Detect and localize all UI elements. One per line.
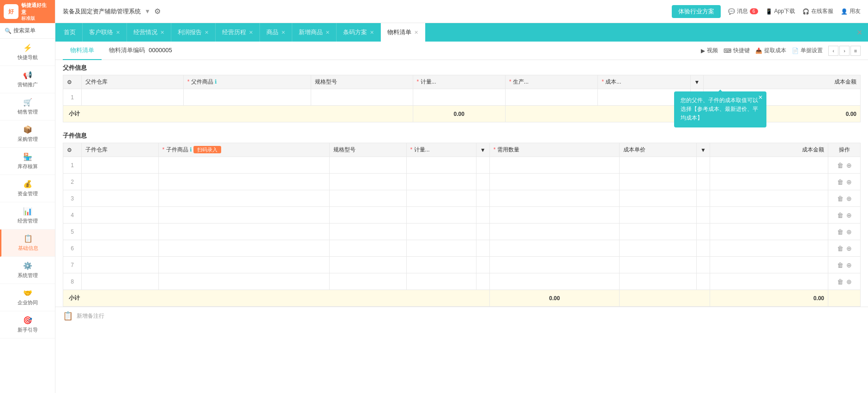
sidebar-item-operation[interactable]: 📊 经营管理 bbox=[0, 202, 55, 230]
child-row-5-qty-unit[interactable] bbox=[406, 224, 476, 240]
tab-operation-status[interactable]: 经营情况 ✕ bbox=[127, 23, 171, 42]
child-row-6-copy-icon[interactable]: ⊕ bbox=[846, 245, 852, 252]
tab-goods[interactable]: 商品 ✕ bbox=[260, 23, 292, 42]
child-row-6-delete-icon[interactable]: 🗑 bbox=[837, 245, 844, 252]
close-barcode-tab[interactable]: ✕ bbox=[370, 30, 374, 36]
child-row-3-warehouse[interactable] bbox=[82, 190, 159, 207]
close-goods-tab[interactable]: ✕ bbox=[281, 30, 285, 36]
child-row-8-qty-unit[interactable] bbox=[406, 273, 476, 290]
tab-profit[interactable]: 利润报告 ✕ bbox=[171, 23, 216, 42]
th-child-more1[interactable]: ▼ bbox=[476, 143, 489, 157]
message-button[interactable]: 💬 消息 6 bbox=[728, 7, 758, 15]
child-row-4-delete-icon[interactable]: 🗑 bbox=[837, 212, 844, 219]
close-history-tab[interactable]: ✕ bbox=[249, 30, 253, 36]
child-row-2-qty-unit[interactable] bbox=[406, 174, 476, 190]
child-row-4-copy-icon[interactable]: ⊕ bbox=[846, 212, 852, 219]
child-row-2-delete-icon[interactable]: 🗑 bbox=[837, 178, 844, 186]
child-row-6-qty-unit[interactable] bbox=[406, 240, 476, 257]
nav-prev-button[interactable]: ‹ bbox=[828, 46, 838, 56]
child-row-5-delete-icon[interactable]: 🗑 bbox=[837, 228, 844, 236]
sub-tab-bom-code[interactable]: 物料清单编码 0000005 bbox=[102, 42, 180, 60]
child-row-7-delete-icon[interactable]: 🗑 bbox=[837, 261, 844, 269]
child-row-6-goods[interactable] bbox=[158, 240, 330, 257]
child-row-4-qty-unit[interactable] bbox=[406, 207, 476, 224]
parent-row-1-warehouse[interactable] bbox=[82, 89, 184, 106]
child-row-1-unit-cost[interactable] bbox=[620, 157, 697, 174]
close-all-button[interactable]: ✕ bbox=[853, 26, 866, 39]
th-parent-settings[interactable]: ⚙ bbox=[63, 75, 82, 89]
child-row-3-need-qty[interactable] bbox=[489, 190, 620, 207]
child-row-4-need-qty[interactable] bbox=[489, 207, 620, 224]
child-row-8-need-qty[interactable] bbox=[489, 273, 620, 290]
child-row-2-copy-icon[interactable]: ⊕ bbox=[846, 178, 852, 186]
sidebar-item-purchase[interactable]: 📦 采购管理 bbox=[0, 121, 55, 148]
child-row-7-warehouse[interactable] bbox=[82, 257, 159, 273]
child-row-3-spec[interactable] bbox=[330, 190, 407, 207]
th-child-settings[interactable]: ⚙ bbox=[63, 143, 82, 157]
extract-cost-button[interactable]: 📥 提取成本 bbox=[755, 47, 786, 54]
child-row-1-spec[interactable] bbox=[330, 157, 407, 174]
sidebar-item-sales[interactable]: 🛒 销售管理 bbox=[0, 93, 55, 121]
child-row-8-delete-icon[interactable]: 🗑 bbox=[837, 278, 844, 285]
close-customers-tab[interactable]: ✕ bbox=[116, 30, 120, 36]
online-service-button[interactable]: 🎧 在线客服 bbox=[802, 7, 833, 15]
close-profit-tab[interactable]: ✕ bbox=[205, 30, 209, 36]
sub-tab-bom-list[interactable]: 物料清单 bbox=[63, 42, 102, 60]
parent-row-1-production[interactable] bbox=[505, 89, 597, 106]
settings-icon[interactable]: ⚙ bbox=[154, 7, 161, 16]
sidebar-item-finance[interactable]: 💰 资金管理 bbox=[0, 175, 55, 202]
child-row-5-copy-icon[interactable]: ⊕ bbox=[846, 228, 852, 236]
child-row-3-goods[interactable] bbox=[158, 190, 330, 207]
sidebar-item-system[interactable]: ⚙️ 系统管理 bbox=[0, 257, 55, 284]
child-row-1-copy-icon[interactable]: ⊕ bbox=[846, 162, 852, 169]
child-row-7-goods[interactable] bbox=[158, 257, 330, 273]
child-row-4-warehouse[interactable] bbox=[82, 207, 159, 224]
child-row-7-copy-icon[interactable]: ⊕ bbox=[846, 261, 852, 269]
child-row-6-spec[interactable] bbox=[330, 240, 407, 257]
tab-new-goods[interactable]: 新增商品 ✕ bbox=[292, 23, 337, 42]
child-row-7-spec[interactable] bbox=[330, 257, 407, 273]
child-row-7-qty-unit[interactable] bbox=[406, 257, 476, 273]
child-row-5-spec[interactable] bbox=[330, 224, 407, 240]
child-row-5-goods[interactable] bbox=[158, 224, 330, 240]
sidebar-item-guide[interactable]: 🎯 新手引导 bbox=[0, 311, 55, 339]
th-parent-more[interactable]: ▼ bbox=[690, 75, 704, 89]
add-row-label[interactable]: 新增备注行 bbox=[77, 312, 104, 320]
single-settings-button[interactable]: 📄 单据设置 bbox=[792, 47, 823, 54]
child-row-1-goods[interactable] bbox=[158, 157, 330, 174]
child-row-8-warehouse[interactable] bbox=[82, 273, 159, 290]
view-button[interactable]: ▶ 视频 bbox=[701, 47, 718, 54]
close-new-goods-tab[interactable]: ✕ bbox=[326, 30, 330, 36]
child-row-1-delete-icon[interactable]: 🗑 bbox=[837, 162, 844, 169]
tab-bom[interactable]: 物料清单 ✕ bbox=[381, 23, 425, 42]
tab-history[interactable]: 经营历程 ✕ bbox=[216, 23, 260, 42]
child-row-3-copy-icon[interactable]: ⊕ bbox=[846, 195, 852, 202]
child-row-5-unit-cost[interactable] bbox=[620, 224, 697, 240]
child-row-8-goods[interactable] bbox=[158, 273, 330, 290]
sidebar-item-basic[interactable]: 📋 基础信息 bbox=[0, 230, 55, 257]
sidebar-item-inventory[interactable]: 🏪 库存核算 bbox=[0, 148, 55, 175]
parent-row-1-spec[interactable] bbox=[311, 89, 413, 106]
child-row-3-unit-cost[interactable] bbox=[620, 190, 697, 207]
child-row-1-qty-unit[interactable] bbox=[406, 157, 476, 174]
close-operation-status-tab[interactable]: ✕ bbox=[160, 30, 164, 36]
child-row-5-warehouse[interactable] bbox=[82, 224, 159, 240]
child-row-6-unit-cost[interactable] bbox=[620, 240, 697, 257]
sidebar-item-marketing[interactable]: 📢 营销推广 bbox=[0, 66, 55, 93]
nav-next-button[interactable]: › bbox=[839, 46, 850, 56]
user-menu[interactable]: 👤 用友 bbox=[841, 7, 861, 15]
shortcut-button[interactable]: ⌨ 快捷键 bbox=[723, 47, 750, 54]
child-row-2-unit-cost[interactable] bbox=[620, 174, 697, 190]
th-child-more2[interactable]: ▼ bbox=[696, 143, 710, 157]
close-bom-tab[interactable]: ✕ bbox=[414, 30, 418, 36]
nav-list-button[interactable]: ≡ bbox=[850, 46, 861, 56]
dropdown-icon[interactable]: ▼ bbox=[145, 8, 151, 15]
trial-button[interactable]: 体验行业方案 bbox=[672, 5, 721, 18]
child-row-6-warehouse[interactable] bbox=[82, 240, 159, 257]
parent-row-1-qty-unit[interactable] bbox=[413, 89, 505, 106]
sidebar-search[interactable]: 🔍 搜索菜单 bbox=[0, 23, 55, 39]
tooltip-close-button[interactable]: ✕ bbox=[758, 93, 763, 102]
child-row-5-need-qty[interactable] bbox=[489, 224, 620, 240]
add-row-icon[interactable]: 📋 bbox=[63, 311, 73, 321]
tab-home[interactable]: 首页 bbox=[57, 23, 83, 42]
